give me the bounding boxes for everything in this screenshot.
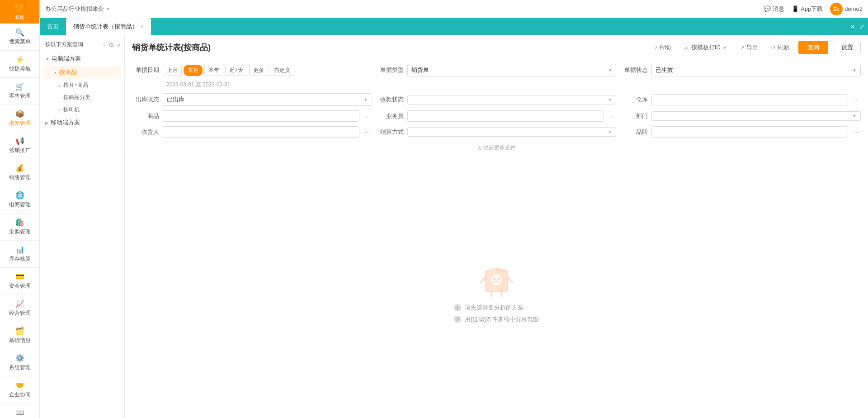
operations-icon: 📈 <box>15 299 24 308</box>
payment-select[interactable]: ▼ <box>407 127 617 137</box>
tabbar: 首页 销货单统计表（按商品） × ✕ ⤢ <box>40 18 868 35</box>
receiver-label: 收货人 <box>132 128 163 136</box>
svg-line-5 <box>508 278 512 282</box>
receipt-status-select[interactable]: ▼ <box>407 95 617 104</box>
dept-select[interactable]: ▼ <box>651 111 861 121</box>
brand-input[interactable] <box>651 126 848 138</box>
sidebar-item-purchase[interactable]: 🛍️ 采购管理 <box>0 214 39 241</box>
filter-cell-clerk: 业务员 ··· <box>377 110 617 122</box>
date-btn-last-month[interactable]: 上月 <box>163 65 182 76</box>
plan-subitem-by-month[interactable]: ≡ 按月+商品 <box>43 79 121 91</box>
sidebar-item-retail[interactable]: 🛒 零售管理 <box>0 78 39 105</box>
sidebar-item-guide[interactable]: 📖 新手引导 <box>0 404 39 418</box>
active-item-icon: ● <box>54 71 57 75</box>
plan-subitem-by-machine[interactable]: ≡ 按司机 <box>43 104 121 116</box>
doc-type-select[interactable]: 销货单 ▼ <box>407 64 617 76</box>
warehouse-status-select[interactable]: 已出库 ▼ <box>163 93 372 106</box>
filter-cell-warehouse-status: 出库状态 已出库 ▼ <box>132 93 372 106</box>
message-button[interactable]: 💬 消息 <box>764 5 784 13</box>
receiver-dots-button[interactable]: ··· <box>363 128 372 136</box>
settings-button[interactable]: 设置 <box>834 41 861 54</box>
mobile-group-header[interactable]: ▶ 移动端方案 <box>43 116 121 129</box>
sidebar-item-finance[interactable]: 💳 资金管理 <box>0 268 39 295</box>
empty-tip-2: 2 用[过滤]条件来缩小分析范围 <box>454 315 538 323</box>
chevron-right-icon: ▶ <box>45 120 49 125</box>
date-btn-this-year[interactable]: 本年 <box>204 65 223 76</box>
tab-home[interactable]: 首页 <box>40 18 66 35</box>
sidebar-item-marketing[interactable]: 📢 营销推广 <box>0 132 39 159</box>
subitem-icon: ≡ <box>58 83 61 88</box>
sidebar-item-label: 搜索菜单 <box>9 38 31 46</box>
svg-point-2 <box>493 278 495 280</box>
sidebar-item-label: 资金管理 <box>9 282 31 290</box>
app-logo: 🧡 标版 <box>0 0 39 24</box>
chevron-down-icon: ▼ <box>722 45 727 50</box>
plan-subitem-by-category[interactable]: ≡ 按商品分类 <box>43 91 121 104</box>
filter-cell-date: 单据日期 上月 本月 本年 近7天 更多 自定义 <box>132 64 372 76</box>
sidebar-item-ecommerce[interactable]: 🌐 电商管理 <box>0 186 39 214</box>
date-btn-this-month[interactable]: 本月 <box>184 65 203 76</box>
warehouse-dots-button[interactable]: ··· <box>852 96 861 103</box>
enterprise-icon: 🤝 <box>15 381 24 390</box>
sidebar-item-system[interactable]: ⚙️ 系统管理 <box>0 349 39 376</box>
collapse-bar[interactable]: ∧ 收起更多条件 <box>132 141 861 152</box>
date-btn-7days[interactable]: 近7天 <box>225 65 247 76</box>
goods-dots-button[interactable]: ··· <box>363 113 372 120</box>
clerk-input[interactable] <box>407 110 604 122</box>
export-button[interactable]: ↗ 导出 <box>736 42 762 53</box>
refresh-icon: ↺ <box>771 44 776 51</box>
sidebar-item-search[interactable]: 🔍 搜索菜单 <box>0 24 39 51</box>
left-panel-header: 按以下方案查询 + ⚙ « <box>40 41 124 52</box>
topbar: 办公用品行业模拟账套 ▼ 💬 消息 📱 App下载 Ea demo2 <box>40 0 868 18</box>
desktop-group-header[interactable]: ▼ 电脑端方案 <box>43 52 121 66</box>
goods-control: ··· <box>163 110 372 122</box>
help-button[interactable]: ? 帮助 <box>651 42 675 53</box>
sidebar-item-operations[interactable]: 📈 经营管理 <box>0 295 39 322</box>
sidebar-item-quicknav[interactable]: ⚡ 快捷导航 <box>0 51 39 78</box>
clerk-dots-button[interactable]: ··· <box>608 113 617 120</box>
filter-cell-receiver: 收货人 ··· <box>132 126 372 138</box>
tab-close-button[interactable]: × <box>141 24 144 30</box>
filter-cell-doc-type: 单据类型 销货单 ▼ <box>377 64 617 76</box>
help-label: 帮助 <box>659 43 671 52</box>
date-btn-more[interactable]: 更多 <box>249 65 268 76</box>
warehouse-input[interactable] <box>651 94 848 105</box>
desktop-group-label: 电脑端方案 <box>52 55 81 63</box>
filter-cell-brand: 品牌 ··· <box>621 126 861 138</box>
receiver-input[interactable] <box>163 126 359 138</box>
filter-row-4: 收货人 ··· 结算方式 ▼ <box>132 126 861 138</box>
doc-status-control: 已生效 ▼ <box>651 64 861 76</box>
collapse-panel-button[interactable]: « <box>117 41 121 48</box>
plan-item-by-product[interactable]: ● 按商品 <box>43 66 121 79</box>
goods-input[interactable] <box>163 110 359 122</box>
user-menu[interactable]: Ea demo2 <box>830 3 863 15</box>
search-icon: 🔍 <box>15 28 24 37</box>
sidebar-item-enterprise[interactable]: 🤝 企业协同 <box>0 376 39 404</box>
query-button[interactable]: 查询 <box>798 41 828 54</box>
date-btn-custom[interactable]: 自定义 <box>270 65 294 76</box>
clerk-control: ··· <box>407 110 617 122</box>
topbar-left: 办公用品行业模拟账套 ▼ <box>45 5 110 13</box>
sidebar-item-wholesale[interactable]: 📦 批发管理 <box>0 105 39 132</box>
scheme-settings-button[interactable]: ⚙ <box>108 41 114 48</box>
doc-status-select[interactable]: 已生效 ▼ <box>651 64 861 76</box>
print-button[interactable]: 🖨 按模板打印 ▼ <box>680 42 731 53</box>
filter-cell-warehouse: 仓库 ··· <box>621 93 861 106</box>
sales-icon: 💰 <box>15 164 24 172</box>
close-window-icon[interactable]: ✕ <box>850 23 855 30</box>
sidebar-item-basic[interactable]: 🗂️ 基础信息 <box>0 322 39 349</box>
sidebar-item-inventory[interactable]: 📊 库存核算 <box>0 241 39 268</box>
brand-dots-button[interactable]: ··· <box>852 128 861 136</box>
app-download-button[interactable]: 📱 App下载 <box>792 5 823 13</box>
add-scheme-button[interactable]: + <box>102 41 106 48</box>
maximize-window-icon[interactable]: ⤢ <box>859 23 864 30</box>
industry-selector[interactable]: 办公用品行业模拟账套 ▼ <box>45 5 110 13</box>
dept-control: ▼ <box>651 111 861 121</box>
sidebar-item-sales[interactable]: 💰 销售管理 <box>0 159 39 186</box>
tab-active[interactable]: 销货单统计表（按商品） × <box>66 18 151 35</box>
refresh-button[interactable]: ↺ 刷新 <box>767 42 793 53</box>
plan-subitem-label: 按商品分类 <box>63 94 90 101</box>
subitem-icon: ≡ <box>58 107 61 113</box>
chevron-right-icon: ▼ <box>45 57 50 62</box>
date-buttons: 上月 本月 本年 近7天 更多 自定义 <box>163 65 294 76</box>
